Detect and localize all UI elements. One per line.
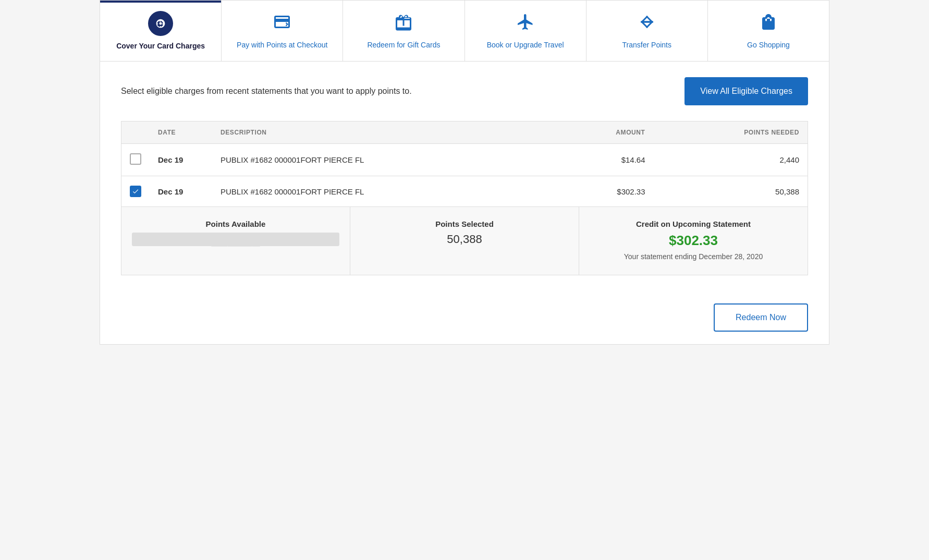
tab-gift-cards[interactable]: Redeem for Gift Cards — [343, 1, 464, 61]
tab-cover-card-label: Cover Your Card Charges — [116, 41, 205, 51]
col-amount: AMOUNT — [555, 121, 654, 144]
charges-table: DATE DESCRIPTION AMOUNT POINTS NEEDED De… — [121, 121, 808, 207]
info-text: Select eligible charges from recent stat… — [121, 87, 412, 96]
row1-description: PUBLIX #1682 000001FORT PIERCE FL — [212, 144, 555, 176]
row1-amount: $14.64 — [555, 144, 654, 176]
row1-checkbox-cell[interactable] — [121, 144, 150, 176]
tab-travel-label: Book or Upgrade Travel — [487, 40, 564, 50]
info-bar: Select eligible charges from recent stat… — [121, 77, 808, 105]
points-selected-cell: Points Selected 50,388 — [350, 207, 579, 275]
plane-icon — [516, 13, 535, 35]
row2-amount: $302.33 — [555, 176, 654, 207]
tab-gift-cards-label: Redeem for Gift Cards — [367, 40, 440, 50]
credit-cell: Credit on Upcoming Statement $302.33 You… — [579, 207, 808, 275]
tab-travel[interactable]: Book or Upgrade Travel — [465, 1, 586, 61]
row1-checkbox[interactable] — [130, 153, 141, 165]
table-row: Dec 19 PUBLIX #1682 000001FORT PIERCE FL… — [121, 144, 808, 176]
points-available-value: ██████ — [132, 233, 339, 246]
points-selected-label: Points Selected — [361, 220, 568, 228]
table-header-row: DATE DESCRIPTION AMOUNT POINTS NEEDED — [121, 121, 808, 144]
bottom-actions: Redeem Now — [100, 291, 829, 344]
tab-cover-card[interactable]: Cover Your Card Charges — [100, 1, 222, 61]
tab-shopping[interactable]: Go Shopping — [708, 1, 829, 61]
bag-icon — [759, 13, 778, 35]
card-tap-icon — [273, 13, 291, 35]
redeem-now-button[interactable]: Redeem Now — [714, 303, 808, 332]
content-area: Select eligible charges from recent stat… — [100, 62, 829, 291]
col-points-needed: POINTS NEEDED — [654, 121, 808, 144]
col-description: DESCRIPTION — [212, 121, 555, 144]
arrow-icon — [638, 13, 656, 35]
credit-amount: $302.33 — [590, 233, 797, 249]
row2-checkbox[interactable] — [130, 186, 141, 197]
col-checkbox — [121, 121, 150, 144]
row2-description: PUBLIX #1682 000001FORT PIERCE FL — [212, 176, 555, 207]
tab-transfer[interactable]: Transfer Points — [586, 1, 708, 61]
summary-row: Points Available ██████ Points Selected … — [121, 207, 808, 275]
points-selected-value: 50,388 — [361, 233, 568, 246]
points-available-cell: Points Available ██████ — [121, 207, 350, 275]
tab-navigation: Cover Your Card Charges Pay with Points … — [100, 1, 829, 62]
row2-points: 50,388 — [654, 176, 808, 207]
row1-points: 2,440 — [654, 144, 808, 176]
tab-pay-points[interactable]: Pay with Points at Checkout — [222, 1, 343, 61]
row2-date: Dec 19 — [150, 176, 212, 207]
credit-label: Credit on Upcoming Statement — [590, 220, 797, 228]
tab-shopping-label: Go Shopping — [747, 40, 790, 50]
gift-icon — [394, 13, 413, 35]
main-container: Cover Your Card Charges Pay with Points … — [100, 0, 829, 345]
col-date: DATE — [150, 121, 212, 144]
credit-subtext: Your statement ending December 28, 2020 — [590, 252, 797, 262]
table-row: Dec 19 PUBLIX #1682 000001FORT PIERCE FL… — [121, 176, 808, 207]
tab-transfer-label: Transfer Points — [622, 40, 671, 50]
dollar-circle-icon — [148, 11, 173, 36]
row2-checkbox-cell[interactable] — [121, 176, 150, 207]
row1-date: Dec 19 — [150, 144, 212, 176]
view-all-button[interactable]: View All Eligible Charges — [684, 77, 808, 105]
tab-pay-points-label: Pay with Points at Checkout — [237, 40, 327, 50]
points-available-label: Points Available — [132, 220, 339, 228]
